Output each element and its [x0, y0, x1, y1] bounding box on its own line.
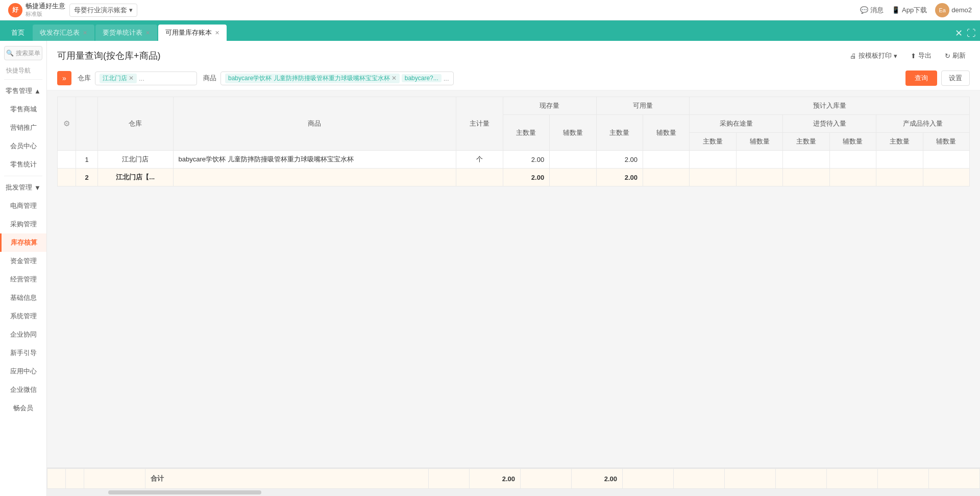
print-button[interactable]: 🖨 按模板打印 ▾ — [846, 49, 901, 62]
cell-index: 1 — [76, 151, 98, 169]
sidebar-search: 🔍 搜索菜单 — [0, 41, 46, 63]
sidebar-item-retail-stats[interactable]: 零售统计 — [0, 155, 46, 174]
subtotal-incoming-aux — [829, 169, 876, 186]
sidebar-item-system[interactable]: 系统管理 — [0, 307, 46, 325]
product-filter: 商品 babycare学饮杯 儿童防摔防撞吸管杯重力球吸嘴杯宝宝水杯 ✕ bab… — [203, 72, 454, 85]
footer-purchase-aux — [725, 469, 776, 489]
avatar: Ea — [935, 3, 949, 17]
warehouse-dots[interactable]: ... — [139, 75, 144, 82]
sidebar-item-business[interactable]: 经营管理 — [0, 270, 46, 289]
col-unit: 主计量 — [456, 97, 503, 151]
refresh-button[interactable]: ↻ 刷新 — [941, 49, 970, 62]
col-production: 产成品待入量 — [876, 115, 970, 133]
footer-available-aux — [623, 469, 674, 489]
sidebar-item-finance[interactable]: 资金管理 — [0, 252, 46, 270]
export-button[interactable]: ⬆ 导出 — [906, 49, 936, 62]
sidebar-item-inventory-check[interactable]: 库存核算 — [0, 233, 46, 252]
user-menu[interactable]: Ea demo2 — [935, 3, 972, 17]
cell-product: babycare学饮杯 儿童防摔防撞吸管杯重力球吸嘴杯宝宝水杯 — [173, 151, 456, 169]
top-bar: 好 畅捷通好生意 标准版 母婴行业演示账套 ▾ 💬 消息 📱 App下载 Ea … — [0, 0, 980, 20]
subtotal-current-aux — [550, 169, 596, 186]
scroll-thumb[interactable] — [108, 490, 261, 494]
sidebar-item-retail-mall[interactable]: 零售商城 — [0, 100, 46, 119]
app-download-button[interactable]: 📱 App下载 — [892, 6, 927, 15]
product-dots[interactable]: ... — [444, 75, 449, 82]
query-button[interactable]: 查询 — [905, 70, 937, 86]
gear-icon[interactable]: ⚙ — [63, 119, 70, 128]
logo-icon: 好 — [8, 3, 22, 17]
sidebar-item-member-center[interactable]: 会员中心 — [0, 137, 46, 155]
product-tag-1: babycare学饮杯 儿童防摔防撞吸管杯重力球吸嘴杯宝宝水杯 ✕ — [225, 74, 400, 83]
subtotal-settings — [58, 169, 76, 186]
cell-incoming-main — [783, 151, 829, 169]
col-production-main: 主数量 — [876, 133, 923, 151]
col-production-aux: 辅数量 — [923, 133, 969, 151]
refresh-icon: ↻ — [945, 52, 950, 60]
subtotal-current-main: 2.00 — [503, 169, 549, 186]
app-icon: 📱 — [892, 6, 900, 14]
close-income-tab[interactable]: ✕ — [83, 30, 87, 36]
sidebar-item-app-center[interactable]: 应用中心 — [0, 362, 46, 381]
close-order-tab[interactable]: ✕ — [145, 30, 150, 36]
cell-available-aux — [643, 151, 690, 169]
remove-product-tag-1[interactable]: ✕ — [391, 75, 397, 82]
subtotal-available-aux — [643, 169, 690, 186]
close-inventory-tab[interactable]: ✕ — [215, 30, 219, 36]
sidebar-item-purchase[interactable]: 采购管理 — [0, 215, 46, 233]
footer-current-main: 2.00 — [470, 469, 521, 489]
logo-area: 好 畅捷通好生意 标准版 — [8, 2, 65, 18]
col-index — [76, 97, 98, 151]
sidebar-item-guide[interactable]: 新手引导 — [0, 344, 46, 362]
sidebar-item-retail-mgmt[interactable]: 零售管理 ▲ — [0, 82, 46, 100]
page-actions: 🖨 按模板打印 ▾ ⬆ 导出 ↻ 刷新 — [846, 49, 970, 62]
footer-label: 合计 — [145, 469, 429, 489]
product-tag-container[interactable]: babycare学饮杯 儿童防摔防撞吸管杯重力球吸嘴杯宝宝水杯 ✕ babyca… — [220, 72, 454, 85]
col-current: 现存量 — [503, 97, 596, 115]
col-incoming-main: 主数量 — [783, 133, 829, 151]
sidebar-item-enterprise[interactable]: 企业协同 — [0, 325, 46, 344]
sidebar-item-member[interactable]: 畅会员 — [0, 399, 46, 417]
subtotal-incoming-main — [783, 169, 829, 186]
industry-select[interactable]: 母婴行业演示账套 ▾ — [69, 4, 137, 17]
col-settings: ⚙ — [58, 97, 76, 151]
sidebar-item-ecommerce[interactable]: 电商管理 — [0, 197, 46, 215]
warehouse-filter: 仓库 江北门店 ✕ ... — [78, 72, 197, 85]
subtotal-production-main — [876, 169, 923, 186]
subtotal-unit — [456, 169, 503, 186]
footer-table: 合计 2.00 2.00 — [47, 468, 980, 489]
col-available-aux: 辅数量 — [643, 115, 690, 151]
chevron-down-icon: ▾ — [129, 6, 133, 14]
tab-bar: 首页 收发存汇总表 ✕ 要货单统计表 ✕ 可用量库存账本 ✕ ✕ ⛶ — [0, 20, 980, 41]
print-icon: 🖨 — [850, 52, 856, 60]
warehouse-tag: 江北门店 ✕ — [100, 74, 137, 83]
tab-income[interactable]: 收发存汇总表 ✕ — [33, 25, 94, 41]
sidebar-item-basic-info[interactable]: 基础信息 — [0, 289, 46, 307]
subtotal-purchase-main — [690, 169, 736, 186]
tab-inventory[interactable]: 可用量库存账本 ✕ — [158, 25, 227, 41]
sidebar-item-wechat[interactable]: 企业微信 — [0, 381, 46, 399]
settings-button[interactable]: 设置 — [941, 70, 970, 86]
sidebar-item-marketing[interactable]: 营销推广 — [0, 119, 46, 137]
message-button[interactable]: 💬 消息 — [860, 6, 884, 15]
subtotal-row: 2 江北门店【... 2.00 2.00 — [58, 169, 970, 186]
main-layout: 🔍 搜索菜单 快捷导航 零售管理 ▲ 零售商城 营销推广 会员中心 零售统计 批… — [0, 41, 980, 496]
warehouse-tag-container[interactable]: 江北门店 ✕ ... — [95, 72, 197, 85]
search-menu-button[interactable]: 🔍 搜索菜单 — [4, 46, 42, 60]
message-icon: 💬 — [860, 6, 868, 14]
maximize-button[interactable]: ⛶ — [967, 28, 976, 39]
sidebar: 🔍 搜索菜单 快捷导航 零售管理 ▲ 零售商城 营销推广 会员中心 零售统计 批… — [0, 41, 47, 496]
cell-production-main — [876, 151, 923, 169]
data-table: ⚙ 仓库 商品 主计量 现存量 可用量 预计入库量 主数量 辅数量 主数量 — [57, 97, 970, 186]
col-available: 可用量 — [596, 97, 690, 115]
col-warehouse: 仓库 — [98, 97, 174, 151]
filter-actions: 查询 设置 — [905, 70, 970, 86]
remove-warehouse-tag[interactable]: ✕ — [129, 75, 134, 82]
sidebar-item-wholesale[interactable]: 批发管理 ▼ — [0, 178, 46, 197]
chevron-down-icon: ▼ — [34, 184, 41, 192]
tab-order[interactable]: 要货单统计表 ✕ — [95, 25, 157, 41]
filter-expand-button[interactable]: » — [57, 71, 71, 85]
tab-home[interactable]: 首页 — [4, 25, 32, 41]
cell-current-main: 2.00 — [503, 151, 549, 169]
footer-cell-1 — [47, 469, 66, 489]
close-all-tabs-button[interactable]: ✕ — [955, 28, 963, 39]
